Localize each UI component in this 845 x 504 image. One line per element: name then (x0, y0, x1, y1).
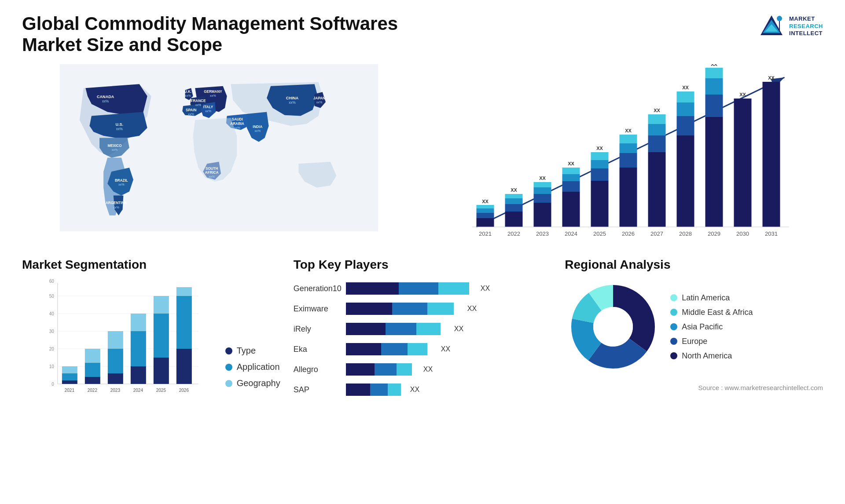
player-val-0: XX (481, 285, 490, 292)
svg-text:U.S.: U.S. (116, 122, 124, 127)
key-players-section: Top Key Players Generation10 Eximware iR… (294, 258, 552, 402)
player-bar-5 (346, 383, 408, 396)
svg-text:CANADA: CANADA (97, 95, 114, 99)
svg-rect-116 (62, 373, 77, 380)
svg-text:xx%: xx% (116, 127, 123, 131)
svg-text:XX: XX (568, 161, 574, 166)
player-bar-row-2: XX (346, 319, 552, 339)
svg-text:xx%: xx% (195, 103, 202, 107)
world-map: CANADA xx% U.S. xx% MEXICO xx% BRAZIL xx… (22, 64, 416, 231)
svg-text:xx%: xx% (210, 94, 216, 98)
svg-rect-45 (505, 212, 523, 227)
svg-rect-51 (534, 194, 551, 203)
svg-rect-126 (131, 314, 146, 331)
svg-rect-85 (734, 99, 752, 227)
svg-rect-127 (154, 358, 169, 384)
svg-text:xx%: xx% (185, 94, 191, 98)
svg-rect-77 (677, 102, 694, 116)
bar-chart-section: XX XX XX (429, 64, 823, 249)
player-val-2: XX (454, 325, 463, 333)
svg-rect-76 (677, 116, 694, 135)
svg-rect-71 (648, 135, 666, 152)
svg-text:2028: 2028 (679, 230, 692, 237)
player-val-3: XX (441, 345, 450, 353)
legend-label-geography: Geography (237, 378, 280, 388)
svg-text:xx%: xx% (289, 101, 295, 105)
svg-text:xx%: xx% (102, 99, 109, 103)
regional-label-northam: North America (682, 351, 732, 361)
svg-rect-47 (505, 198, 523, 204)
legend-label-application: Application (237, 362, 280, 372)
svg-rect-56 (562, 181, 580, 192)
svg-rect-118 (85, 377, 100, 384)
svg-text:2024: 2024 (133, 388, 143, 393)
regional-legend-mea: Middle East & Africa (670, 308, 753, 317)
svg-rect-80 (705, 117, 723, 227)
player-val-5: XX (410, 386, 419, 394)
players-content: Generation10 Eximware iRely Eka Allegro … (294, 278, 552, 400)
svg-rect-62 (591, 160, 609, 168)
svg-text:2022: 2022 (88, 388, 98, 393)
svg-rect-117 (62, 366, 77, 373)
segmentation-section: Market Segmentation 0 10 20 30 40 5 (22, 258, 280, 402)
source-text: Source : www.marketresearchintellect.com (565, 384, 823, 391)
svg-rect-128 (154, 314, 169, 358)
player-name-2: iRely (294, 319, 342, 339)
svg-text:xx%: xx% (118, 183, 125, 186)
player-bar-3 (346, 343, 438, 355)
svg-text:JAPAN: JAPAN (313, 96, 325, 100)
svg-text:0: 0 (51, 382, 54, 387)
map-svg: CANADA xx% U.S. xx% MEXICO xx% BRAZIL xx… (22, 64, 416, 231)
key-players-title: Top Key Players (294, 258, 552, 272)
regional-legend-europe: Europe (670, 337, 753, 346)
svg-text:xx%: xx% (316, 100, 323, 104)
svg-rect-115 (62, 380, 77, 384)
player-name-1: Eximware (294, 299, 342, 319)
svg-text:MEXICO: MEXICO (107, 144, 121, 148)
svg-text:2030: 2030 (736, 230, 749, 237)
bar-chart-svg: XX XX XX (429, 64, 823, 249)
donut-svg (565, 278, 661, 375)
legend-application: Application (225, 362, 280, 372)
svg-text:30: 30 (49, 329, 55, 334)
world-map-section: CANADA xx% U.S. xx% MEXICO xx% BRAZIL xx… (22, 64, 416, 249)
svg-text:xx%: xx% (234, 126, 240, 130)
svg-point-3 (777, 16, 782, 21)
player-bar-row-4: XX (346, 359, 552, 380)
regional-label-apac: Asia Pacific (682, 322, 723, 332)
svg-text:10: 10 (49, 364, 55, 369)
player-bar-4 (346, 363, 421, 376)
player-val-1: XX (467, 305, 477, 313)
svg-text:SOUTH: SOUTH (206, 167, 218, 171)
svg-rect-82 (705, 78, 723, 95)
regional-dot-europe (670, 338, 677, 345)
player-bar-row-3: XX (346, 339, 552, 359)
svg-rect-68 (620, 135, 637, 143)
svg-text:XX: XX (539, 175, 546, 181)
player-val-4: XX (423, 365, 433, 373)
svg-text:2022: 2022 (507, 230, 520, 237)
svg-rect-83 (705, 68, 723, 78)
svg-text:XX: XX (711, 64, 717, 67)
svg-text:XX: XX (596, 146, 603, 151)
svg-rect-46 (505, 204, 523, 212)
svg-rect-129 (154, 296, 169, 314)
svg-text:2023: 2023 (110, 388, 121, 393)
player-bar-2 (346, 323, 452, 335)
svg-text:XX: XX (482, 199, 489, 204)
regional-inner: Latin America Middle East & Africa Asia … (565, 278, 823, 375)
svg-text:2027: 2027 (650, 230, 663, 237)
svg-text:2031: 2031 (765, 230, 778, 237)
regional-title: Regional Analysis (565, 258, 823, 272)
svg-text:SPAIN: SPAIN (186, 108, 196, 112)
svg-rect-122 (108, 349, 123, 373)
logo-icon (758, 13, 785, 40)
legend-label-type: Type (237, 346, 256, 356)
svg-text:2024: 2024 (565, 230, 577, 237)
svg-rect-130 (176, 349, 192, 384)
player-names: Generation10 Eximware iRely Eka Allegro … (294, 278, 342, 400)
svg-text:BRAZIL: BRAZIL (115, 179, 128, 183)
seg-chart: 0 10 20 30 40 50 60 (22, 278, 217, 402)
svg-text:U.K.: U.K. (184, 90, 191, 94)
svg-text:60: 60 (49, 279, 55, 284)
